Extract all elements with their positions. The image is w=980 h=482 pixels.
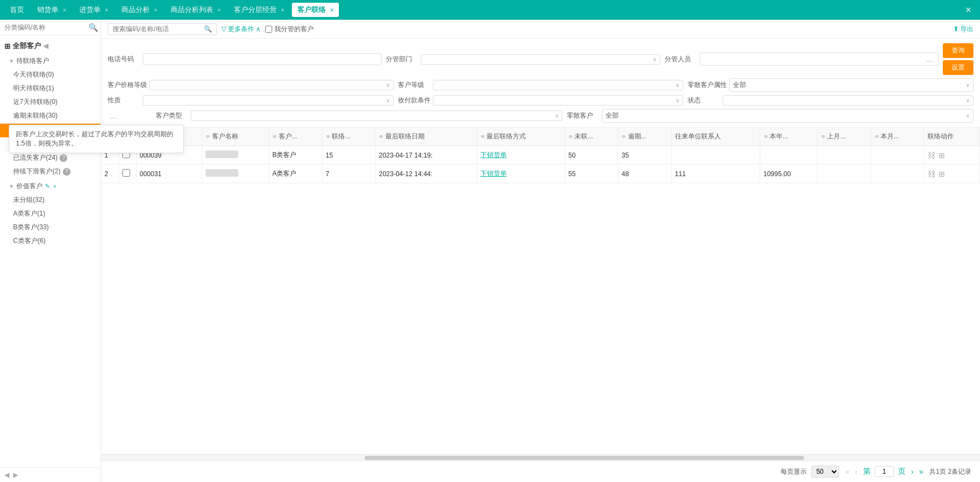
contact-count-col-header[interactable]: ≑ 联络... (322, 127, 375, 146)
row1-last-contact-method[interactable]: 下销货单 (477, 146, 565, 165)
retail-attr-select[interactable]: 全部 ∨ (729, 78, 973, 92)
sort-icon-10: ≑ (821, 133, 825, 140)
last-contact-method-col-header[interactable]: ≑ 最后联络方式 (477, 127, 565, 146)
query-button[interactable]: 查询 (943, 43, 973, 58)
horizontal-scrollbar[interactable] (101, 454, 980, 461)
sidebar-search-input[interactable] (4, 24, 86, 31)
price-level-select[interactable]: ∨ (149, 80, 394, 90)
last-contact-date-col-header[interactable]: ≑ 最后联络日期 (375, 127, 477, 146)
close-contact-icon[interactable]: × (330, 7, 333, 13)
my-customers-checkbox[interactable] (265, 26, 272, 33)
row2-last-contact-method[interactable]: 下销货单 (477, 165, 565, 183)
row1-link-icon[interactable]: ⛓ (928, 151, 935, 160)
sort-icon-2: ≑ (206, 133, 210, 140)
total-records: 共1页 2条记录 (929, 467, 971, 477)
person-select[interactable]: ... (700, 53, 938, 66)
sidebar-item-a-class[interactable]: A类客户(1) (0, 207, 101, 220)
this-month-col-header[interactable]: ≑ 本月... (871, 127, 924, 146)
person-dots-icon[interactable]: ... (924, 55, 935, 63)
nav-sales[interactable]: 销货单 × (32, 3, 72, 17)
name-col-header[interactable]: ≑ 客户名称 (202, 127, 269, 146)
row1-grid-icon[interactable]: ⊞ (938, 151, 945, 160)
export-button[interactable]: ⬆ 导出 (953, 25, 973, 34)
search-input[interactable] (113, 25, 202, 33)
nav-purchase[interactable]: 进货单 × (74, 3, 114, 17)
phone-filter: 电话号码 (108, 53, 382, 65)
row1-name (202, 146, 269, 165)
window-close-button[interactable]: × (961, 4, 976, 16)
sidebar-item-b-class[interactable]: B类客户(33) (0, 220, 101, 234)
retail-select[interactable]: 全部 ∨ (602, 109, 973, 123)
gender-select[interactable]: ∨ (143, 95, 394, 106)
nav-analysis[interactable]: 商品分析 × (116, 3, 163, 17)
all-customers-header[interactable]: ⊞ 全部客户 ◀ (0, 39, 101, 53)
last-page-btn[interactable]: » (918, 467, 925, 477)
status-select[interactable]: ∨ (723, 95, 973, 106)
sidebar-item-overdue[interactable]: 逾期未联络(30) (0, 109, 101, 123)
row1-action-icons: ⛓ ⊞ (928, 151, 976, 160)
per-page-select[interactable]: 10 20 50 100 (811, 466, 839, 478)
row2-link-icon[interactable]: ⛓ (928, 170, 935, 178)
sidebar-nav-left[interactable]: ◀ (4, 471, 9, 479)
filter-row-1: 电话号码 分管部门 ∨ 分管人员 ... (108, 43, 973, 75)
prev-page-btn[interactable]: ‹ (853, 467, 859, 477)
retail-attr-filter: 零散客户属性 全部 ∨ (688, 78, 973, 92)
sidebar-item-tomorrow[interactable]: 明天待联络(1) (0, 82, 101, 95)
search-box: 🔍 (108, 23, 217, 35)
close-analysis-icon[interactable]: × (154, 7, 157, 13)
close-analysis-list-icon[interactable]: × (218, 7, 221, 13)
collapse-all-icon[interactable]: ◀ (43, 42, 48, 50)
sidebar-item-ungroup[interactable]: 未分组(32) (0, 193, 101, 207)
scrollbar-thumb[interactable] (365, 456, 804, 460)
row2-uncontacted: 55 (565, 165, 618, 183)
next-page-btn[interactable]: › (909, 467, 916, 477)
sidebar-nav-right[interactable]: ▶ (13, 471, 18, 479)
value-customer-header[interactable]: ▼ 价值客户 ✎ ＋ (0, 179, 101, 193)
my-customers-filter[interactable]: 我分管的客户 (265, 25, 314, 34)
this-year-col-header[interactable]: ≑ 本年... (760, 127, 817, 146)
settings-button[interactable]: 设置 (943, 60, 973, 75)
more-filters-dots[interactable]: ... (108, 112, 119, 120)
sidebar-item-declining[interactable]: 持续下滑客户(2) ? (0, 165, 101, 178)
contact-person-col-header[interactable]: 往来单位联系人 (671, 127, 760, 146)
phone-input[interactable] (143, 53, 382, 65)
sidebar-item-c-class[interactable]: C类客户(6) (0, 234, 101, 248)
nav-customer-segment[interactable]: 客户分层经营 × (228, 3, 290, 17)
edit-group-icon[interactable]: ✎ (45, 183, 50, 190)
more-conditions-btn[interactable]: ▽ 更多条件 ∧ (221, 25, 261, 34)
last-month-col-header[interactable]: ≑ 上月... (818, 127, 871, 146)
customer-type-select[interactable]: ∨ (191, 111, 562, 121)
sort-icon-7: ≑ (568, 133, 573, 140)
page-number-input[interactable] (875, 466, 894, 477)
customer-level-filter: 客户等级 ∨ (398, 80, 684, 90)
sidebar-item-7days[interactable]: 近7天待联络(0) (0, 95, 101, 109)
payment-label: 收付款条件 (398, 96, 431, 105)
sort-icon-11: ≑ (875, 133, 879, 140)
overdue-col-header[interactable]: ≑ 逾期... (618, 127, 671, 146)
nav-home[interactable]: 首页 (4, 3, 30, 17)
row2-grid-icon[interactable]: ⊞ (938, 170, 945, 178)
payment-chevron-icon: ∨ (676, 97, 679, 103)
gender-label: 性质 (108, 96, 140, 105)
first-page-btn[interactable]: « (843, 467, 851, 477)
filter-icon: ▽ (221, 25, 226, 33)
sort-icon-6: ≑ (480, 133, 485, 140)
dept-select[interactable]: ∨ (421, 54, 660, 65)
close-sales-icon[interactable]: × (63, 7, 66, 13)
sidebar-item-today[interactable]: 今天待联络(0) (0, 68, 101, 82)
close-segment-icon[interactable]: × (281, 7, 284, 13)
level-col-header[interactable]: ≑ 客户... (269, 127, 322, 146)
row2-select-checkbox[interactable] (122, 169, 130, 177)
help-badge-3: ? (60, 154, 67, 162)
nav-customer-contact[interactable]: 客户联络 × (292, 3, 339, 17)
sort-icon-8: ≑ (621, 133, 626, 140)
pending-contact-header[interactable]: ▼ 待联络客户 (0, 54, 101, 68)
payment-select[interactable]: ∨ (433, 95, 684, 106)
close-purchase-icon[interactable]: × (105, 7, 108, 13)
nav-analysis-list[interactable]: 商品分析列表 × (165, 3, 226, 17)
customer-level-select[interactable]: ∨ (433, 80, 684, 90)
add-group-icon[interactable]: ＋ (52, 182, 58, 190)
uncontacted-col-header[interactable]: ≑ 未联... (565, 127, 618, 146)
row2-action-icons: ⛓ ⊞ (928, 170, 976, 178)
value-customer-group: ▼ 价值客户 ✎ ＋ 未分组(32) A类客户(1) B类客户(33) C类客户… (0, 178, 101, 249)
